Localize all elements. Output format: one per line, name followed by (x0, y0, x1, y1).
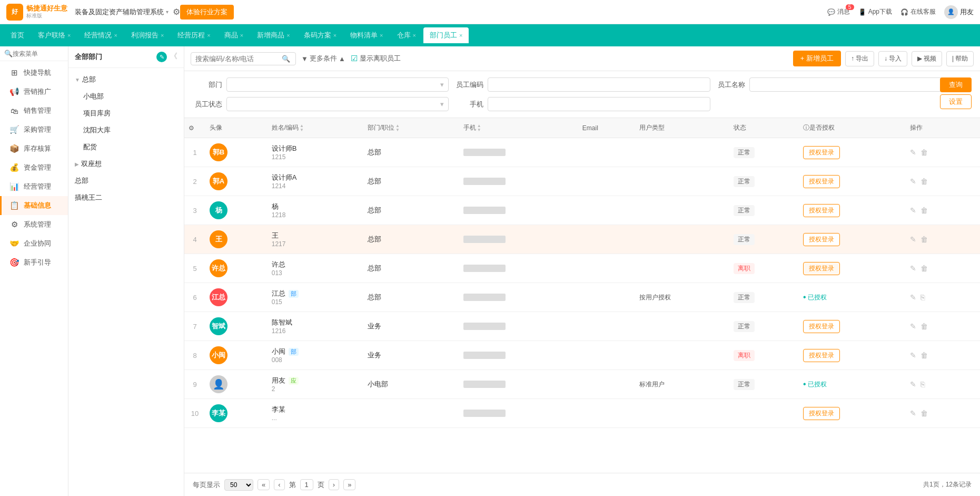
try-btn[interactable]: 体验行业方案 (180, 5, 234, 20)
dropdown-arrow-icon[interactable]: ▾ (166, 9, 169, 15)
sort-dept-btn[interactable]: 部门/职位 ▲▼ (368, 123, 455, 132)
sort-phone-btn[interactable]: 手机 ▲▼ (463, 123, 574, 132)
collapse-icon[interactable]: 《 (170, 52, 177, 62)
show-resigned-toggle[interactable]: ☑ 显示离职员工 (351, 54, 401, 63)
auth-btn[interactable]: 授权登录 (803, 262, 840, 275)
dept-node-headquarters-parent[interactable]: ▼ 总部 (68, 71, 184, 88)
close-icon[interactable]: × (161, 32, 164, 38)
delete-icon[interactable]: 🗑 (920, 177, 928, 186)
sidebar-item-inventory[interactable]: 📦 库存核算 (0, 139, 68, 158)
set-button[interactable]: 设置 (940, 94, 972, 109)
import-btn[interactable]: ↓ 导入 (878, 51, 907, 66)
auth-btn[interactable]: 授权登录 (803, 320, 840, 333)
close-icon[interactable]: × (67, 32, 71, 38)
emp-name-input[interactable] (749, 77, 972, 92)
dept-node-double-seat[interactable]: ▶ 双座想 (68, 155, 184, 172)
sidebar-item-finance[interactable]: 💰 资金管理 (0, 158, 68, 177)
dept-node-small-elec[interactable]: 小电部 (68, 88, 184, 105)
auth-btn[interactable]: 授权登录 (803, 349, 840, 362)
phone-input[interactable] (488, 97, 710, 111)
tab-add-goods[interactable]: 新增商品 × (251, 27, 296, 43)
dept-node-delivery[interactable]: 配货 (68, 139, 184, 155)
tab-bom[interactable]: 物料清单 × (344, 27, 389, 43)
app-download-btn[interactable]: 📱 App下载 (858, 7, 892, 16)
tab-operations[interactable]: 经营情况 × (78, 27, 123, 43)
sidebar-item-basic-info[interactable]: 📋 基础信息 (0, 196, 68, 215)
tab-profit[interactable]: 利润报告 × (125, 27, 170, 43)
sidebar-item-quick-nav[interactable]: ⊞ 快捷导航 (0, 63, 68, 82)
query-button[interactable]: 查询 (940, 77, 972, 92)
status-filter-select[interactable]: ▾ (226, 97, 449, 111)
dept-node-insert-king[interactable]: 插桃王二 (68, 189, 184, 206)
sidebar-search-input[interactable] (13, 50, 64, 57)
page-size-select[interactable]: 50 100 (224, 479, 253, 491)
next-page-btn[interactable]: › (329, 479, 339, 490)
sidebar-item-sales[interactable]: 🛍 销售管理 (0, 101, 68, 120)
delete-icon[interactable]: 🗑 (920, 322, 928, 330)
gear-icon[interactable]: ⚙ (173, 7, 180, 17)
auth-btn[interactable]: 授权登录 (803, 407, 840, 420)
search-input[interactable] (195, 55, 280, 63)
tab-home[interactable]: 首页 (4, 27, 31, 43)
search-icon[interactable]: 🔍 (282, 55, 290, 63)
sidebar-item-ops[interactable]: 📊 经营管理 (0, 177, 68, 196)
delete-icon[interactable]: 🗑 (920, 148, 928, 157)
tab-dept-employees[interactable]: 部门员工 × (423, 27, 469, 43)
auth-btn[interactable]: 授权登录 (803, 146, 840, 159)
edit-icon[interactable]: ✎ (910, 264, 916, 273)
first-page-btn[interactable]: « (258, 479, 270, 490)
sidebar-item-corp[interactable]: 🤝 企业协同 (0, 234, 68, 253)
last-page-btn[interactable]: » (343, 479, 355, 490)
close-icon[interactable]: × (207, 32, 210, 38)
delete-icon[interactable]: 🗑 (920, 351, 928, 359)
export-btn[interactable]: ↑ 导出 (845, 51, 874, 66)
delete-icon[interactable]: 🗑 (920, 409, 928, 417)
message-btn[interactable]: 💬 消息 5 (827, 7, 850, 16)
edit-dept-icon[interactable]: ✎ (156, 52, 167, 62)
edit-icon[interactable]: ✎ (910, 177, 916, 186)
user-area[interactable]: 👤 用友 (944, 5, 974, 19)
more-conditions-btn[interactable]: ▼ 更多条件 ▲ (301, 54, 345, 63)
close-icon[interactable]: × (114, 32, 117, 38)
emp-code-input[interactable] (488, 77, 710, 92)
edit-icon[interactable]: ✎ (910, 206, 916, 215)
tab-customer[interactable]: 客户联络 × (32, 27, 77, 43)
delete-icon[interactable]: 🗑 (920, 264, 928, 273)
edit-icon[interactable]: ✎ (910, 380, 916, 388)
close-icon[interactable]: × (380, 32, 383, 38)
tab-barcode[interactable]: 条码方案 × (298, 27, 343, 43)
edit-icon[interactable]: ✎ (910, 409, 916, 417)
delete-icon[interactable]: 🗑 (920, 235, 928, 244)
sidebar-item-system[interactable]: ⚙ 系统管理 (0, 215, 68, 234)
online-service-btn[interactable]: 🎧 在线客服 (900, 7, 936, 16)
dept-node-project-room[interactable]: 项目库房 (68, 105, 184, 122)
copy-icon[interactable]: ⎘ (920, 380, 925, 388)
auth-btn[interactable]: 授权登录 (803, 175, 840, 188)
close-icon[interactable]: × (286, 32, 290, 38)
close-icon[interactable]: × (240, 32, 243, 38)
edit-icon[interactable]: ✎ (910, 293, 916, 302)
close-icon[interactable]: × (459, 32, 462, 38)
sort-name-btn[interactable]: 姓名/编码 ▲▼ (272, 123, 359, 132)
settings-icon[interactable]: ⚙ (189, 124, 194, 132)
edit-icon[interactable]: ✎ (910, 322, 916, 330)
sidebar-item-marketing[interactable]: 📢 营销推广 (0, 82, 68, 101)
edit-icon[interactable]: ✎ (910, 148, 916, 157)
view-btn[interactable]: ▶ 视频 (912, 51, 942, 66)
sidebar-item-guide[interactable]: 🎯 新手引导 (0, 253, 68, 272)
dept-filter-select[interactable]: ▾ (226, 77, 449, 92)
close-icon[interactable]: × (413, 32, 416, 38)
edit-icon[interactable]: ✎ (910, 235, 916, 244)
auth-btn[interactable]: 授权登录 (803, 233, 840, 246)
copy-icon[interactable]: ⎘ (920, 293, 925, 302)
dept-node-headquarters[interactable]: 总部 (68, 172, 184, 189)
tab-warehouse[interactable]: 仓库 × (391, 27, 422, 43)
tab-history[interactable]: 经营历程 × (171, 27, 216, 43)
help-btn[interactable]: | 帮助 (946, 51, 974, 66)
auth-btn[interactable]: 授权登录 (803, 204, 840, 217)
prev-page-btn[interactable]: ‹ (274, 479, 284, 490)
close-icon[interactable]: × (333, 32, 336, 38)
sidebar-item-purchase[interactable]: 🛒 采购管理 (0, 120, 68, 139)
dept-node-shenyang[interactable]: 沈阳大库 (68, 122, 184, 139)
edit-icon[interactable]: ✎ (910, 351, 916, 359)
